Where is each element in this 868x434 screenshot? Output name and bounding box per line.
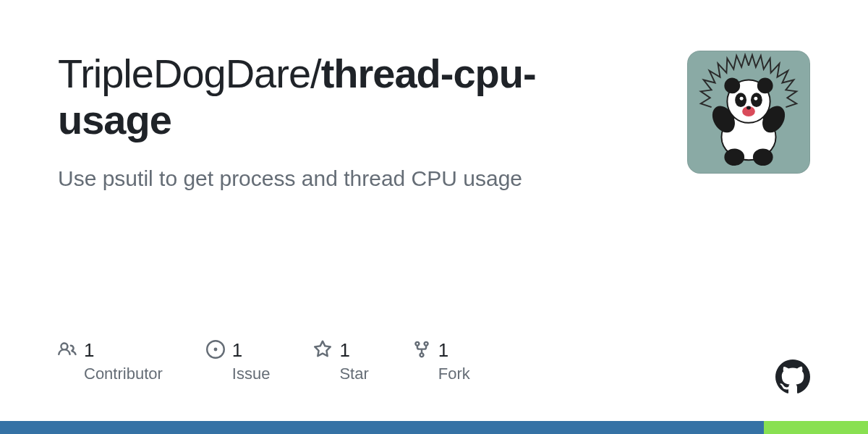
language-segment bbox=[0, 421, 764, 434]
stat-count: 1 bbox=[438, 339, 448, 362]
svg-point-5 bbox=[753, 148, 773, 166]
repo-title: TripleDogDare/thread-cpu-usage bbox=[58, 51, 608, 144]
stat-label: Issue bbox=[232, 365, 271, 383]
stat-label: Star bbox=[339, 365, 368, 383]
star-icon bbox=[313, 340, 332, 362]
repo-separator: / bbox=[310, 51, 321, 96]
github-logo-icon bbox=[775, 359, 810, 394]
stat-stars: 1 Star bbox=[313, 339, 368, 383]
stat-label: Contributor bbox=[84, 365, 163, 383]
svg-point-12 bbox=[754, 97, 757, 101]
svg-point-8 bbox=[757, 78, 773, 94]
panda-avatar-graphic bbox=[688, 51, 809, 173]
people-icon bbox=[58, 340, 77, 362]
stat-label: Fork bbox=[438, 365, 470, 383]
stat-count: 1 bbox=[84, 339, 94, 362]
language-bar bbox=[0, 421, 868, 434]
svg-point-11 bbox=[740, 97, 744, 101]
owner-avatar bbox=[687, 51, 810, 174]
social-card: TripleDogDare/thread-cpu-usage Use psuti… bbox=[0, 0, 868, 434]
stat-contributors: 1 Contributor bbox=[58, 339, 163, 383]
stat-issues: 1 Issue bbox=[206, 339, 271, 383]
stat-count: 1 bbox=[339, 339, 349, 362]
issue-icon bbox=[206, 340, 225, 362]
svg-point-14 bbox=[746, 106, 751, 110]
svg-point-4 bbox=[724, 148, 744, 166]
stats-row: 1 Contributor 1 Issue 1 Star bbox=[58, 339, 470, 383]
fork-icon bbox=[412, 340, 431, 362]
stat-forks: 1 Fork bbox=[412, 339, 470, 383]
repo-owner: TripleDogDare bbox=[58, 51, 310, 96]
repo-description: Use psutil to get process and thread CPU… bbox=[58, 164, 608, 194]
title-area: TripleDogDare/thread-cpu-usage Use psuti… bbox=[58, 51, 608, 193]
stat-count: 1 bbox=[232, 339, 242, 362]
svg-point-7 bbox=[724, 78, 740, 94]
header: TripleDogDare/thread-cpu-usage Use psuti… bbox=[58, 51, 810, 193]
language-segment bbox=[764, 421, 868, 434]
